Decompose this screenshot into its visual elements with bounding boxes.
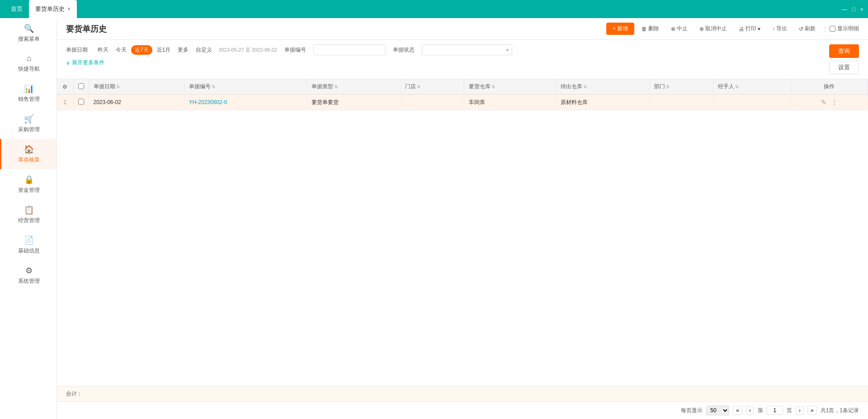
table-row: 1 2023-06-02 YH-20230602-0 要货单要货 车间库 原材料… [57, 95, 868, 110]
tab-requisition-history[interactable]: 要货单历史 × [29, 0, 77, 18]
sidebar-item-basic[interactable]: 📄 基础信息 [0, 230, 57, 260]
col-operations: 操作 [791, 79, 868, 95]
delete-button[interactable]: 🗑 删除 [637, 23, 664, 34]
sidebar-item-basic-label: 基础信息 [18, 247, 40, 255]
row-more-button[interactable]: ⋮ [830, 98, 840, 107]
row-edit-button[interactable]: ✎ [819, 98, 828, 107]
stop-button[interactable]: ⊗ 中止 [666, 23, 692, 34]
finance-icon: 🔒 [24, 175, 34, 185]
tab-home-label: 首页 [11, 5, 23, 13]
cancel-stop-button[interactable]: ⊗ 取消中止 [695, 23, 731, 34]
sidebar-item-finance[interactable]: 🔒 资金管理 [0, 169, 57, 200]
doc-status-select[interactable] [422, 44, 512, 55]
tab-close-icon[interactable]: × [67, 6, 71, 12]
row-handler [713, 95, 791, 110]
row-checkbox[interactable] [78, 99, 84, 105]
row-req-warehouse: 车间库 [464, 95, 556, 110]
col-type[interactable]: 单据类型⇅ [307, 79, 401, 95]
date-btn-custom[interactable]: 自定义 [193, 45, 215, 55]
new-button[interactable]: + 新增 [606, 23, 634, 35]
prev-page-button[interactable]: ‹ [746, 406, 754, 415]
date-btn-more[interactable]: 更多 [175, 45, 191, 55]
page-suffix-label: 页 [787, 407, 792, 414]
row-pending-warehouse: 原材料仓库 [556, 95, 650, 110]
row-number-link[interactable]: YH-20230602-0 [189, 99, 227, 105]
sort-handler-icon: ⇅ [735, 84, 739, 89]
date-btn-yesterday[interactable]: 昨天 [95, 45, 111, 55]
maximize-icon[interactable]: □ [852, 6, 856, 13]
page-header: 要货单历史 + 新增 🗑 删除 ⊗ 中止 ⊗ 取消中止 🖨 打印 [57, 18, 868, 40]
refresh-icon: ↺ [799, 26, 803, 32]
row-department [650, 95, 713, 110]
sales-icon: 📊 [24, 84, 34, 94]
date-filter-label: 单据日期 [66, 46, 88, 54]
last-page-button[interactable]: » [807, 406, 817, 415]
first-page-button[interactable]: « [733, 406, 742, 415]
col-department[interactable]: 部门⇅ [650, 79, 713, 95]
show-detail-checkbox[interactable] [830, 26, 835, 32]
sidebar: 🔍 搜索菜单 ⌂ 快捷导航 📊 销售管理 🛒 采购管理 🏠 库存核算 🔒 资金管… [0, 18, 57, 419]
total-label: 合计： [66, 390, 82, 398]
search-icon: 🔍 [24, 24, 34, 33]
tab-requisition-history-label: 要货单历史 [35, 5, 65, 13]
sidebar-item-search[interactable]: 🔍 搜索菜单 [0, 18, 57, 48]
print-button[interactable]: 🖨 打印 ▾ [734, 23, 765, 34]
next-page-button[interactable]: › [796, 406, 804, 415]
operation-icon: 📋 [24, 205, 34, 215]
sidebar-item-purchase-label: 采购管理 [18, 126, 40, 133]
data-table-wrap: ⚙ 单据日期⇅ 单据编号⇅ 单据类型⇅ [57, 79, 868, 386]
sort-store-icon: ⇅ [417, 84, 420, 89]
col-handler[interactable]: 经手人⇅ [713, 79, 791, 95]
col-req-warehouse[interactable]: 要货仓库⇅ [464, 79, 556, 95]
col-gear[interactable]: ⚙ [57, 79, 73, 95]
sidebar-item-sales[interactable]: 📊 销售管理 [0, 78, 57, 109]
close-icon[interactable]: × [860, 6, 863, 13]
toolbar-separator [825, 25, 825, 33]
col-store[interactable]: 门店⇅ [401, 79, 464, 95]
filter-bar: 单据日期 昨天 今天 近7天 近1月 更多 自定义 2023-05-27 至 2… [57, 40, 868, 79]
top-bar: 首页 要货单历史 × — □ × [0, 0, 868, 18]
show-detail-checkbox-label: 显示明细 [830, 25, 859, 33]
date-btn-today[interactable]: 今天 [113, 45, 129, 55]
sidebar-item-shortcut[interactable]: ⌂ 快捷导航 [0, 48, 57, 78]
sidebar-item-inventory-label: 库存核算 [18, 156, 40, 164]
doc-number-input[interactable] [313, 44, 386, 55]
col-pending-warehouse[interactable]: 待出仓库⇅ [556, 79, 650, 95]
row-number: YH-20230602-0 [184, 95, 307, 110]
page-number-input[interactable] [767, 406, 783, 415]
row-store [401, 95, 464, 110]
toolbar: + 新增 🗑 删除 ⊗ 中止 ⊗ 取消中止 🖨 打印 ▾ [606, 23, 859, 35]
print-icon: 🖨 [739, 26, 744, 32]
sidebar-item-system[interactable]: ⚙ 系统管理 [0, 260, 57, 290]
select-all-checkbox[interactable] [78, 83, 84, 89]
filter-row-1: 单据日期 昨天 今天 近7天 近1月 更多 自定义 2023-05-27 至 2… [66, 44, 825, 55]
sidebar-item-operation[interactable]: 📋 经营管理 [0, 200, 57, 230]
data-table: ⚙ 单据日期⇅ 单据编号⇅ 单据类型⇅ [57, 79, 868, 110]
sidebar-item-finance-label: 资金管理 [18, 186, 40, 194]
date-range-display: 2023-05-27 至 2023-06-02 [218, 47, 277, 53]
doc-number-label: 单据编号 [284, 46, 306, 54]
per-page-select[interactable]: 20 50 100 [706, 405, 729, 415]
tab-home[interactable]: 首页 [5, 0, 29, 18]
expand-filter-button[interactable]: ∨ 展开更多条件 [66, 59, 104, 67]
print-dropdown-icon: ▾ [758, 26, 760, 32]
sidebar-item-inventory[interactable]: 🏠 库存核算 [0, 139, 57, 169]
date-quick-buttons: 昨天 今天 近7天 近1月 更多 自定义 2023-05-27 至 2023-0… [95, 45, 277, 55]
export-button[interactable]: ↑ 导出 [768, 23, 792, 34]
col-date[interactable]: 单据日期⇅ [89, 79, 184, 95]
minimize-icon[interactable]: — [842, 6, 848, 13]
total-info: 共1页，1条记录 [821, 407, 859, 414]
refresh-button[interactable]: ↺ 刷新 [794, 23, 820, 34]
sidebar-item-purchase[interactable]: 🛒 采购管理 [0, 109, 57, 139]
col-number[interactable]: 单据编号⇅ [184, 79, 307, 95]
query-button[interactable]: 查询 [829, 44, 859, 58]
date-btn-1month[interactable]: 近1月 [154, 45, 174, 55]
filter-section: 单据日期 昨天 今天 近7天 近1月 更多 自定义 2023-05-27 至 2… [66, 44, 859, 74]
row-date: 2023-06-02 [89, 95, 184, 110]
sidebar-item-shortcut-label: 快捷导航 [18, 65, 40, 73]
sort-type-icon: ⇅ [334, 84, 338, 89]
home-icon: ⌂ [27, 54, 32, 63]
filter-settings-button[interactable]: 设置 [829, 61, 859, 74]
date-btn-7days[interactable]: 近7天 [131, 45, 152, 55]
col-checkbox [73, 79, 89, 95]
